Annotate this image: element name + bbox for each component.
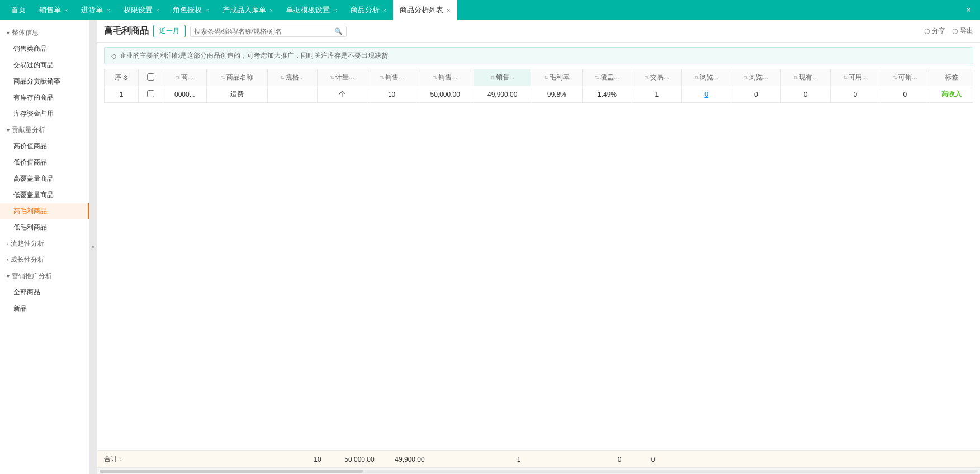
main-layout: ▾ 整体信息 销售类商品 交易过的商品 商品分贡献销率 有库存的商品 库存资金占… bbox=[0, 20, 980, 474]
nav-purchase[interactable]: 进货单 × bbox=[74, 0, 116, 20]
export-button[interactable]: ⬡ 导出 bbox=[952, 26, 973, 36]
sidebar-group-growth[interactable]: › 成长性分析 bbox=[0, 252, 89, 268]
col-code: ⇅ 商... bbox=[163, 69, 206, 86]
cell-unit: 个 bbox=[317, 86, 367, 103]
footer-label: 合计： bbox=[104, 454, 133, 464]
nav-permissions[interactable]: 权限设置 × bbox=[117, 0, 166, 20]
table-header-row: 序 ⚙ ⇅ 商... bbox=[105, 69, 973, 86]
col-sale2: ⇅ 销售... bbox=[416, 69, 474, 86]
nav-analysis-list[interactable]: 商品分析列表 × bbox=[393, 0, 457, 20]
sidebar-item-contribution-rate[interactable]: 商品分贡献销率 bbox=[0, 73, 89, 90]
close-icon[interactable]: × bbox=[269, 7, 273, 13]
sidebar-item-low-coverage[interactable]: 低覆盖量商品 bbox=[0, 187, 89, 203]
cell-margin-rate: 99.8% bbox=[531, 86, 583, 103]
sidebar-item-new-goods[interactable]: 新品 bbox=[0, 301, 89, 317]
nav-template[interactable]: 单据模板设置 × bbox=[280, 0, 343, 20]
nav-analysis[interactable]: 商品分析 × bbox=[344, 0, 393, 20]
sort-icon: ⇅ bbox=[380, 74, 384, 81]
table-container: 序 ⚙ ⇅ 商... bbox=[104, 69, 973, 450]
sidebar-item-in-stock[interactable]: 有库存的商品 bbox=[0, 90, 89, 106]
cell-trade: 1 bbox=[632, 86, 681, 103]
settings-icon[interactable]: ⚙ bbox=[122, 74, 129, 82]
sidebar-group-contribution[interactable]: ▾ 贡献量分析 bbox=[0, 122, 89, 138]
sidebar-item-low-value[interactable]: 低价值商品 bbox=[0, 154, 89, 171]
sidebar-item-low-margin[interactable]: 低毛利商品 bbox=[0, 219, 89, 236]
footer-current: 0 bbox=[603, 456, 636, 463]
sort-icon: ⇅ bbox=[843, 74, 848, 81]
chevron-down-icon: ▾ bbox=[7, 30, 10, 36]
close-icon[interactable]: × bbox=[156, 7, 159, 13]
footer-trade: 1 bbox=[502, 456, 536, 463]
sidebar-item-high-value[interactable]: 高价值商品 bbox=[0, 138, 89, 154]
nav-warehouse[interactable]: 产成品入库单 × bbox=[216, 0, 280, 20]
sidebar-group-flow[interactable]: › 流趋性分析 bbox=[0, 236, 89, 252]
cell-browse1[interactable]: 0 bbox=[681, 86, 731, 103]
notice-icon: ◇ bbox=[111, 52, 116, 60]
search-input[interactable] bbox=[194, 27, 334, 35]
content-header: 高毛利商品 近一月 🔍 ⬡ 分享 ⬡ 导出 bbox=[97, 20, 980, 43]
sidebar-group-marketing[interactable]: ▾ 营销推广分析 bbox=[0, 268, 89, 284]
close-icon[interactable]: × bbox=[447, 7, 450, 13]
notice-bar: ◇ 企业的主要的利润都是这部分商品创造的，可考虑加大推广，同时关注库存是不要出现… bbox=[104, 47, 973, 64]
nav-roles[interactable]: 角色授权 × bbox=[166, 0, 215, 20]
col-sale1: ⇅ 销售... bbox=[367, 69, 416, 86]
filter-recent-month-button[interactable]: 近一月 bbox=[153, 25, 186, 37]
search-icon[interactable]: 🔍 bbox=[334, 27, 343, 35]
footer-spacer3 bbox=[536, 456, 603, 463]
cell-tag: 高收入 bbox=[930, 86, 973, 103]
scrollbar-track bbox=[100, 470, 978, 473]
col-spec: ⇅ 规格... bbox=[268, 69, 318, 86]
sort-icon: ⇅ bbox=[893, 74, 897, 81]
row-checkbox[interactable] bbox=[147, 90, 154, 97]
sidebar-item-traded-goods[interactable]: 交易过的商品 bbox=[0, 57, 89, 73]
sidebar: ▾ 整体信息 销售类商品 交易过的商品 商品分贡献销率 有库存的商品 库存资金占… bbox=[0, 20, 89, 474]
sidebar-item-high-margin[interactable]: 高毛利商品 bbox=[0, 203, 89, 219]
col-tag: 标签 bbox=[930, 69, 973, 86]
footer-sale1: 10 bbox=[301, 456, 334, 463]
horizontal-scrollbar[interactable] bbox=[97, 467, 980, 474]
sidebar-item-high-coverage[interactable]: 高覆盖量商品 bbox=[0, 171, 89, 187]
sort-icon: ⇅ bbox=[694, 74, 699, 81]
sidebar-item-sales-goods[interactable]: 销售类商品 bbox=[0, 41, 89, 57]
cell-name: 运费 bbox=[206, 86, 267, 103]
sidebar-item-stock-capital[interactable]: 库存资金占用 bbox=[0, 106, 89, 122]
col-browse2: ⇅ 浏览... bbox=[731, 69, 781, 86]
close-icon[interactable]: × bbox=[333, 7, 337, 13]
scrollbar-thumb[interactable] bbox=[100, 470, 363, 473]
col-checkbox[interactable] bbox=[139, 69, 163, 86]
window-close-button[interactable]: × bbox=[962, 5, 976, 15]
col-margin-rate: ⇅ 毛利率 bbox=[531, 69, 583, 86]
sort-icon: ⇅ bbox=[595, 74, 599, 81]
cell-coverage: 1.49% bbox=[583, 86, 632, 103]
chevron-right-icon: › bbox=[7, 241, 8, 247]
cell-checkbox[interactable] bbox=[139, 86, 163, 103]
sidebar-item-all-goods[interactable]: 全部商品 bbox=[0, 284, 89, 301]
cell-current: 0 bbox=[781, 86, 831, 103]
content-area: 高毛利商品 近一月 🔍 ⬡ 分享 ⬡ 导出 ◇ 企业的主要的利润都是这部分商品创… bbox=[97, 20, 980, 474]
close-icon[interactable]: × bbox=[205, 7, 209, 13]
nav-sales[interactable]: 销售单 × bbox=[32, 0, 74, 20]
footer-cells: 10 50,000.00 49,900.00 1 0 0 bbox=[133, 456, 973, 463]
chevron-down-icon: ▾ bbox=[7, 127, 10, 133]
close-icon[interactable]: × bbox=[64, 7, 68, 13]
share-icon: ⬡ bbox=[924, 27, 930, 35]
footer-total-bar: 合计： 10 50,000.00 49,900.00 1 0 0 bbox=[97, 450, 980, 467]
col-saleable: ⇅ 可销... bbox=[880, 69, 930, 86]
chevron-right-icon: › bbox=[7, 257, 8, 263]
share-button[interactable]: ⬡ 分享 bbox=[924, 26, 945, 36]
footer-sale3: 49,900.00 bbox=[385, 456, 435, 463]
close-icon[interactable]: × bbox=[106, 7, 110, 13]
top-navigation: 首页 销售单 × 进货单 × 权限设置 × 角色授权 × 产成品入库单 × 单据… bbox=[0, 0, 980, 20]
sidebar-collapse-button[interactable]: « bbox=[89, 20, 97, 474]
table-row: 1 0000... 运费 个 10 50,000.00 49,900.00 99… bbox=[105, 86, 973, 103]
cell-sale3: 49,900.00 bbox=[474, 86, 531, 103]
col-sale3: ⇅ 销售... bbox=[474, 69, 531, 86]
sidebar-group-overall[interactable]: ▾ 整体信息 bbox=[0, 25, 89, 41]
sort-icon: ⇅ bbox=[544, 74, 548, 81]
nav-home[interactable]: 首页 bbox=[4, 0, 32, 20]
close-icon[interactable]: × bbox=[383, 7, 386, 13]
chevron-down-icon: ▾ bbox=[7, 273, 10, 279]
col-trade: ⇅ 交易... bbox=[632, 69, 681, 86]
select-all-checkbox[interactable] bbox=[147, 73, 154, 81]
data-table: 序 ⚙ ⇅ 商... bbox=[104, 69, 973, 103]
